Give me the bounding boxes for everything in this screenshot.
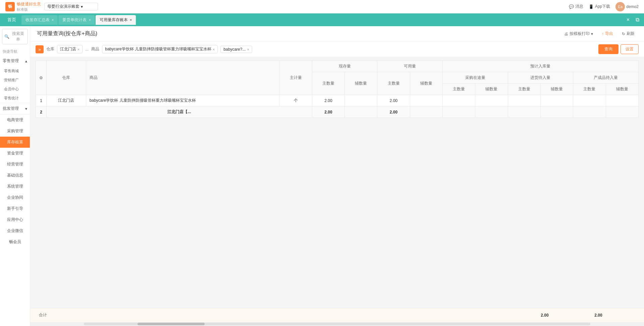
tab-restore[interactable]: ⧉ <box>634 16 641 24</box>
sidebar-search: 🔍 搜索菜单 <box>0 26 30 47</box>
th-product-main: 主数量 <box>573 84 606 95</box>
top-bar: 畅 畅捷通好生意 标准版 母婴行业演示账套 ▾ 💬 消息 📱 App下载 Ea … <box>0 0 644 13</box>
th-purchase-aux: 辅数量 <box>475 84 508 95</box>
tab-home[interactable]: 首页 <box>3 15 21 25</box>
refresh-btn[interactable]: ↻ 刷新 <box>619 30 637 38</box>
sidebar-item-ecommerce[interactable]: 电商管理 <box>0 114 30 126</box>
bottom-scrollbar[interactable] <box>30 322 644 326</box>
table-row: 1 江北门店 babycare学饮杯 儿童防摔防撞吸管杯重力球吸嘴杯宝宝水杯 个… <box>36 95 639 106</box>
product-tag-2-value: babycare?... <box>223 47 246 52</box>
message-icon: 💬 <box>569 4 574 9</box>
product-tag-1-close[interactable]: × <box>213 47 215 51</box>
sidebar-sub-retail-mall[interactable]: 零售商城 <box>0 66 30 76</box>
footer-current-main: 2.00 <box>531 313 558 318</box>
subtotal-incoming-aux <box>540 106 573 118</box>
sidebar-item-new-guide[interactable]: 新手引导 <box>0 203 30 214</box>
query-btn[interactable]: 查询 <box>598 44 619 54</box>
th-available-aux: 辅数量 <box>410 72 442 95</box>
system-label: 系统管理 <box>7 184 23 189</box>
data-table: ⚙ 仓库 商品 主计量 现存量 可用量 预计入库量 主数量 辅数量 主数量 辅数… <box>36 60 639 118</box>
th-incoming-main: 主数量 <box>508 84 540 95</box>
sidebar-item-member-plus[interactable]: 畅会员 <box>0 236 30 247</box>
sidebar-item-retail-mgmt[interactable]: 零售管理 ▴ <box>0 55 30 66</box>
print-icon: 🖨 <box>564 32 568 36</box>
search-menu-btn[interactable]: 🔍 搜索菜单 <box>2 29 28 44</box>
warehouse-tag-close[interactable]: × <box>77 47 79 51</box>
page-actions: 🖨 按模板打印 ▾ ↑ 导出 ↻ 刷新 <box>561 30 637 38</box>
cell-product-aux <box>606 95 638 106</box>
refresh-label: 刷新 <box>627 31 635 37</box>
user-area[interactable]: Ea demo2 <box>615 2 639 11</box>
top-bar-right: 💬 消息 📱 App下载 Ea demo2 <box>569 2 639 11</box>
subtotal-current-aux <box>345 106 377 118</box>
print-template-btn[interactable]: 🖨 按模板打印 ▾ <box>561 30 596 38</box>
main-layout: 🔍 搜索菜单 快捷导航 零售管理 ▴ 零售商城 营销推广 会员中心 零售统计 批… <box>0 26 644 326</box>
app-logo: 畅 <box>5 2 15 11</box>
filter-expand-btn[interactable]: » <box>36 45 44 53</box>
sidebar-item-inventory[interactable]: 库存核算 <box>0 137 30 148</box>
tab-receive-summary-close[interactable]: × <box>52 18 54 22</box>
tab-close-all[interactable]: × <box>625 16 632 24</box>
gear-icon[interactable]: ⚙ <box>39 76 43 80</box>
app-download-btn[interactable]: 📱 App下载 <box>589 4 610 9</box>
print-template-label: 按模板打印 <box>570 31 590 37</box>
tab-receive-summary[interactable]: 收发存汇总表 × <box>21 15 58 25</box>
subtotal-product-aux <box>606 106 638 118</box>
cell-available-aux <box>410 95 442 106</box>
top-bar-left: 畅 畅捷通好生意 标准版 母婴行业演示账套 ▾ <box>5 1 98 12</box>
tab-order-stats[interactable]: 要货单统计表 × <box>58 15 95 25</box>
tab-available-stock[interactable]: 可用量库存账本 × <box>96 15 136 25</box>
purchase-label: 采购管理 <box>7 128 23 134</box>
th-current-stock: 现存量 <box>312 61 377 72</box>
filter-bar: » 仓库 江北门店 × ... 商品 babycare学饮杯 儿童防摔防撞吸管杯… <box>30 42 644 57</box>
sidebar-item-enterprise-coop[interactable]: 企业协同 <box>0 192 30 203</box>
export-btn[interactable]: ↑ 导出 <box>599 30 616 38</box>
tab-available-stock-close[interactable]: × <box>130 18 132 22</box>
sidebar-item-purchase[interactable]: 采购管理 <box>0 126 30 137</box>
tab-receive-summary-label: 收发存汇总表 <box>25 17 50 23</box>
scroll-thumb <box>138 323 205 325</box>
filter-more-indicator: ... <box>85 47 89 52</box>
search-menu-label: 搜索菜单 <box>11 31 25 42</box>
industry-select[interactable]: 母婴行业演示账套 ▾ <box>44 3 98 10</box>
subtotal-available-aux <box>410 106 442 118</box>
th-current-main: 主数量 <box>312 72 344 95</box>
th-purchase-main: 主数量 <box>442 84 475 95</box>
th-available-main: 主数量 <box>377 72 410 95</box>
product-tag-1: babycare学饮杯 儿童防摔防撞吸管杯重力球吸嘴杯宝宝水杯 × <box>102 45 218 53</box>
sidebar-item-operation[interactable]: 经营管理 <box>0 159 30 170</box>
sidebar-item-wholesale-mgmt[interactable]: 批发管理 ▾ <box>0 103 30 114</box>
subtotal-num: 2 <box>36 106 47 118</box>
tab-bar: 首页 收发存汇总表 × 要货单统计表 × 可用量库存账本 × × ⧉ <box>0 13 644 26</box>
message-btn[interactable]: 💬 消息 <box>569 4 583 9</box>
th-available: 可用量 <box>377 61 443 72</box>
footer-values: 2.00 2.00 <box>50 313 639 318</box>
sidebar-item-enterprise-wechat[interactable]: 企业微信 <box>0 225 30 236</box>
warehouse-tag: 江北门店 × <box>57 45 83 53</box>
tab-order-stats-label: 要货单统计表 <box>62 17 87 23</box>
tab-bar-right: × ⧉ <box>625 16 641 24</box>
sidebar-sub-retail-stats[interactable]: 零售统计 <box>0 94 30 103</box>
export-icon: ↑ <box>602 32 604 36</box>
sidebar-sub-marketing[interactable]: 营销推广 <box>0 76 30 85</box>
app-download-label: App下载 <box>595 4 610 9</box>
avatar: Ea <box>615 2 625 11</box>
th-current-aux: 辅数量 <box>345 72 377 95</box>
product-tag-2-close[interactable]: × <box>247 47 249 51</box>
subtotal-purchase-aux <box>475 106 508 118</box>
tab-order-stats-close[interactable]: × <box>89 18 91 22</box>
sidebar-item-basic[interactable]: 基础信息 <box>0 170 30 181</box>
username: demo2 <box>626 4 639 9</box>
sidebar-item-system[interactable]: 系统管理 <box>0 181 30 192</box>
sidebar-item-finance[interactable]: 资金管理 <box>0 148 30 159</box>
finance-label: 资金管理 <box>7 150 23 156</box>
cell-current-main: 2.00 <box>312 95 344 106</box>
settings-btn[interactable]: 设置 <box>621 44 639 54</box>
cell-incoming-main <box>508 95 540 106</box>
cell-incoming-aux <box>540 95 573 106</box>
export-label: 导出 <box>605 31 613 37</box>
th-expected-in: 预计入库量 <box>442 61 638 72</box>
sidebar-sub-member[interactable]: 会员中心 <box>0 85 30 94</box>
cell-product: babycare学饮杯 儿童防摔防撞吸管杯重力球吸嘴杯宝宝水杯 <box>86 95 279 106</box>
sidebar-item-app-center[interactable]: 应用中心 <box>0 214 30 225</box>
